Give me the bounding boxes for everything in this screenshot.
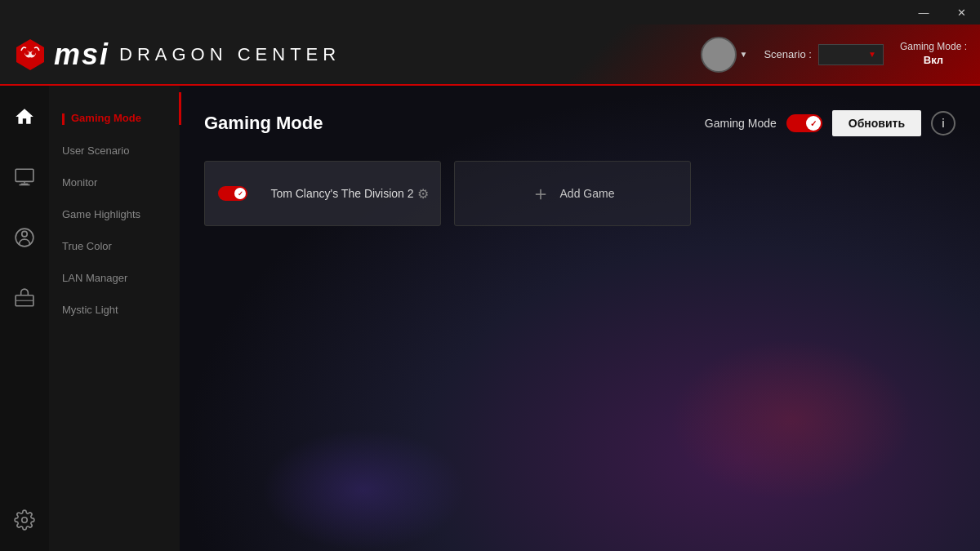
sidebar-icons [0,86,49,551]
add-game-label: Add Game [560,187,615,200]
svg-point-1 [25,51,29,55]
header-right: ▼ Scenario : ▼ Gaming Mode : Вкл [701,37,968,73]
sidebar-item-true-color[interactable]: True Color [49,230,180,262]
sidebar-item-lan-manager[interactable]: LAN Manager [49,262,180,294]
header-gaming-mode-value: Вкл [900,54,967,68]
game-toggle-check-icon: ✓ [238,190,243,198]
scenario-chevron-icon: ▼ [868,50,876,59]
info-button[interactable]: i [931,111,956,136]
add-game-plus-icon: ＋ [531,180,550,207]
game-name: Tom Clancy's The Division 2 [257,187,427,200]
settings-gear-icon [14,509,35,531]
avatar [701,37,737,73]
close-button[interactable]: ✕ [942,0,980,24]
games-row: ✓ Tom Clancy's The Division 2 ⚙ ＋ Add Ga… [204,161,956,226]
scenario-area: Scenario : ▼ [764,44,884,65]
game-settings-button[interactable]: ⚙ [417,186,429,202]
sidebar-active-accent [179,92,181,125]
minimize-button[interactable]: — [905,0,942,24]
svg-point-2 [32,51,36,55]
update-button[interactable]: Обновить [832,110,921,136]
title-right-controls: Gaming Mode ✓ Обновить i [705,110,956,136]
scenario-label: Scenario : [764,48,812,60]
main-content: Gaming Mode Gaming Mode ✓ Обновить i [180,86,980,551]
sidebar-icon-home[interactable] [10,102,39,131]
logo-area: msi DRAGON CENTER [13,38,341,72]
svg-rect-6 [20,184,30,186]
svg-rect-3 [16,169,33,181]
toggle-thumb: ✓ [806,116,821,131]
game-toggle[interactable]: ✓ [218,186,247,201]
toggle-check-icon: ✓ [810,119,817,128]
sidebar-item-gaming-mode[interactable]: Gaming Mode [49,102,180,135]
add-game-card[interactable]: ＋ Add Game [454,161,691,226]
monitor-icon [14,167,35,188]
avatar-chevron-icon: ▼ [740,50,748,59]
sidebar-icon-settings[interactable] [10,505,39,535]
sidebar-item-mystic-light[interactable]: Mystic Light [49,294,180,326]
game-card-division2[interactable]: ✓ Tom Clancy's The Division 2 ⚙ [204,161,441,226]
page-title-row: Gaming Mode Gaming Mode ✓ Обновить i [204,110,956,136]
header: msi DRAGON CENTER ▼ Scenario : ▼ Gaming … [0,24,980,86]
svg-point-11 [22,518,28,523]
home-icon [14,106,35,127]
sidebar-item-monitor[interactable]: Monitor [49,167,180,198]
toggle-track: ✓ [786,114,822,132]
game-toggle-area: ✓ [218,186,247,201]
scenario-dropdown[interactable]: ▼ [818,44,884,65]
gaming-mode-toggle-label: Gaming Mode [705,117,777,130]
header-gaming-mode-label: Gaming Mode : [900,41,967,54]
game-toggle-thumb: ✓ [234,188,246,199]
msi-logo-text: msi [54,38,109,72]
sidebar-item-game-highlights[interactable]: Game Highlights [49,198,180,230]
title-bar: — ✕ [0,0,980,24]
user-avatar-button[interactable]: ▼ [701,37,748,73]
gaming-mode-toggle[interactable]: ✓ [786,114,822,132]
page-title: Gaming Mode [204,113,323,134]
sidebar-item-user-scenario[interactable]: User Scenario [49,135,180,167]
sidebar-labels: Gaming Mode User Scenario Monitor Game H… [49,86,180,551]
header-gaming-mode: Gaming Mode : Вкл [900,41,967,67]
msi-dragon-icon [13,38,47,72]
app-name-text: DRAGON CENTER [119,44,341,65]
sidebar-settings-area [0,228,49,535]
sidebar-icon-monitor[interactable] [10,162,39,192]
